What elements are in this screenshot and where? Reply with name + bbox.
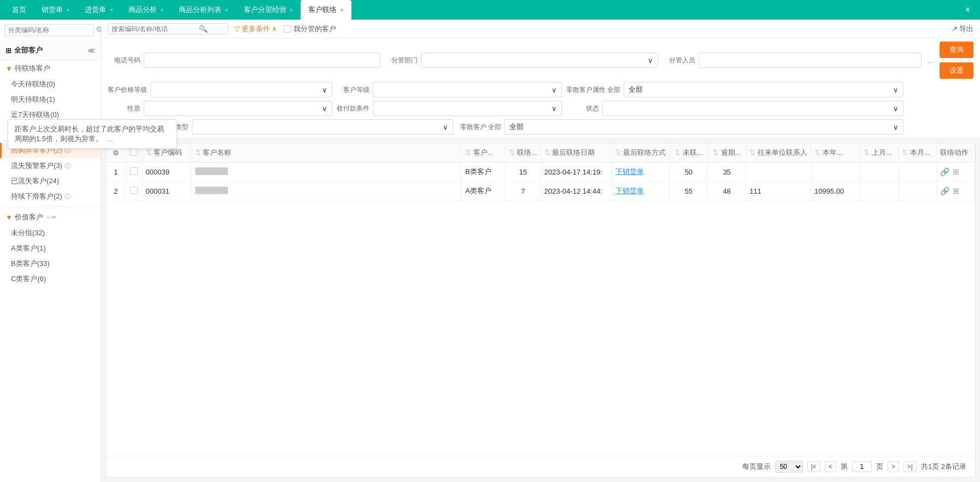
sidebar-item-declining[interactable]: 持续下滑客户(2) ⓘ (0, 189, 101, 204)
nav-item-customer-segment[interactable]: 客户分层经营 × (236, 0, 301, 20)
sort-icon-date: ⇅ (544, 148, 550, 156)
pending-group-label[interactable]: ▼ 待联络客户 (0, 60, 101, 77)
header-checkbox[interactable] (130, 148, 138, 156)
all-customers-header[interactable]: ⊞ 全部客户 ≪ (0, 41, 101, 60)
export-button[interactable]: ↗ 导出 (952, 24, 973, 34)
close-product-list-icon[interactable]: × (225, 7, 228, 13)
sidebar-item-a-class[interactable]: A类客户(1) (0, 241, 101, 256)
payment-select[interactable]: ∨ (373, 101, 561, 116)
sidebar-item-today-pending[interactable]: 今天待联络(0) (0, 77, 101, 92)
row-method-1[interactable]: 下销货单 (612, 182, 670, 201)
settings-gear-icon[interactable]: ⚙ (113, 149, 119, 157)
lost-warning-info-icon: ⓘ (64, 162, 71, 170)
retail-attr-select[interactable]: 全部 ∨ (624, 82, 903, 97)
sidebar-item-tomorrow-pending[interactable]: 明天待联络(1) (0, 92, 101, 107)
phone-input[interactable] (144, 53, 380, 68)
manager-dots[interactable]: ... (925, 56, 935, 65)
query-button[interactable]: 查询 (940, 42, 973, 58)
customer-table: ⚙ ⇅ 客户编码 ⇅ 客户名称 (106, 143, 975, 201)
page-size-select[interactable]: 50 100 (775, 461, 803, 473)
main-layout: 🔍 ⊞ 全部客户 ≪ ▼ 待联络客户 今天待联络(0) 明天待联络(1) 近7天… (0, 20, 980, 482)
settings-button[interactable]: 设置 (940, 62, 973, 79)
last-page-button[interactable]: >| (903, 461, 917, 472)
first-page-button[interactable]: |< (807, 461, 820, 472)
filter-search-icon[interactable]: 🔍 (199, 25, 208, 33)
content-area: 🔍 ▽ 更多条件 ∧ 我分管的客户 ↗ 导出 电话号码 (101, 20, 980, 482)
value-group-label[interactable]: ▼ 价值客户 ○ ✏ (0, 209, 101, 225)
my-customers-checkbox[interactable]: 我分管的客户 (284, 24, 336, 34)
close-product-analysis-icon[interactable]: × (160, 7, 163, 13)
price-grade-select[interactable]: ∨ (150, 82, 332, 97)
table-row: 2 000031 A类客户 7 2023-04-12 14:44: 下销货单 5… (106, 182, 975, 201)
filter-search-input[interactable] (112, 25, 199, 33)
chevron-up-icon: ∧ (272, 25, 277, 33)
prev-page-button[interactable]: < (825, 461, 836, 472)
nav-item-product-analysis[interactable]: 商品分析 × (121, 0, 171, 20)
filter-field-status: 状态 ∨ (566, 101, 903, 116)
retail-customer-label: 零散客户 全部 (457, 123, 501, 132)
row-checkbox-1[interactable] (130, 187, 138, 194)
payment-chevron-icon: ∨ (551, 104, 557, 113)
sidebar-item-lost[interactable]: 已流失客户(24) (0, 173, 101, 189)
manager-select[interactable] (699, 53, 922, 68)
sort-icon-contact: ⇅ (509, 148, 515, 156)
page-number-input[interactable] (852, 461, 872, 472)
window-close-button[interactable]: × (960, 5, 976, 15)
value-group-settings-icon[interactable]: ✏ (51, 214, 56, 221)
close-sales-icon[interactable]: × (66, 7, 69, 13)
sidebar-item-lost-warning[interactable]: 流失预警客户(3) ⓘ (0, 158, 101, 173)
th-year: ⇅ 本年... (811, 143, 860, 162)
status-label: 状态 (566, 104, 599, 113)
close-customer-contact-icon[interactable]: × (340, 7, 343, 13)
th-thismonth: ⇅ 本月... (899, 143, 937, 162)
value-group-edit-icon[interactable]: ○ (46, 214, 50, 220)
retail-customer-select[interactable]: 全部 ∨ (504, 119, 903, 135)
nav-item-sales[interactable]: 销货单 × (34, 0, 77, 20)
th-lastmonth: ⇅ 上月... (860, 143, 899, 162)
status-select[interactable]: ∨ (602, 101, 903, 116)
contact-method-link-1[interactable]: 下销货单 (615, 187, 644, 195)
sidebar-item-b-class[interactable]: B类客户(33) (0, 256, 101, 271)
sort-icon-lastmonth: ⇅ (864, 148, 870, 156)
my-customers-checkbox-box[interactable] (284, 25, 291, 33)
nav-item-customer-contact[interactable]: 客户联络 × (301, 0, 351, 20)
sidebar-search-area: 🔍 (0, 20, 101, 41)
manager-label: 分管人员 (662, 56, 695, 65)
next-page-button[interactable]: > (888, 461, 899, 472)
row-checkbox-0[interactable] (130, 167, 138, 175)
customer-type-select[interactable]: ∨ (192, 119, 453, 135)
contact-grid-icon-1[interactable]: ⊞ (953, 187, 959, 195)
contact-link-icon-0[interactable]: 🔗 (940, 167, 949, 176)
row-method-0[interactable]: 下销货单 (612, 162, 670, 182)
close-customer-segment-icon[interactable]: × (290, 7, 293, 13)
grid-icon: ⊞ (5, 47, 11, 55)
more-conditions-button[interactable]: ▽ 更多条件 ∧ (234, 24, 277, 34)
nav-item-product-list[interactable]: 商品分析列表 × (171, 0, 236, 20)
table-header-row: ⚙ ⇅ 客户编码 ⇅ 客户名称 (106, 143, 975, 162)
th-partner: ⇅ 往来单位联系人 (746, 143, 811, 162)
contact-link-icon-1[interactable]: 🔗 (940, 187, 949, 195)
close-purchase-icon[interactable]: × (109, 7, 113, 13)
nav-item-home[interactable]: 首页 (4, 0, 34, 20)
collapse-sidebar-icon[interactable]: ≪ (87, 47, 95, 55)
filter-row-3: 性质 ∨ 收付款条件 ∨ 状态 (108, 101, 973, 116)
row-overdue-1: 48 (708, 182, 746, 201)
table-scroll-area[interactable]: ⚙ ⇅ 客户编码 ⇅ 客户名称 (106, 143, 975, 456)
sidebar: 🔍 ⊞ 全部客户 ≪ ▼ 待联络客户 今天待联络(0) 明天待联络(1) 近7天… (0, 20, 101, 482)
sidebar-item-c-class[interactable]: C类客户(6) (0, 271, 101, 287)
nav-item-purchase[interactable]: 进货单 × (77, 0, 120, 20)
row-check-0[interactable] (126, 162, 142, 182)
contact-method-link-0[interactable]: 下销货单 (615, 167, 644, 176)
sidebar-search-input[interactable] (4, 24, 94, 36)
row-overdue-0: 35 (708, 162, 746, 182)
contact-grid-icon-0[interactable]: ⊞ (953, 167, 959, 176)
sort-icon-uncontact: ⇅ (674, 148, 680, 156)
row-check-1[interactable] (126, 182, 142, 201)
customer-grade-select[interactable]: ∨ (373, 82, 561, 97)
dept-select[interactable]: ∨ (421, 53, 658, 68)
sidebar-item-unassigned[interactable]: 未分组(32) (0, 225, 101, 241)
row-num-0: 1 (106, 162, 126, 182)
th-action: 联络动作 (937, 143, 975, 162)
customer-type-chevron-icon: ∨ (443, 123, 448, 131)
nature-select[interactable]: ∨ (144, 101, 332, 116)
